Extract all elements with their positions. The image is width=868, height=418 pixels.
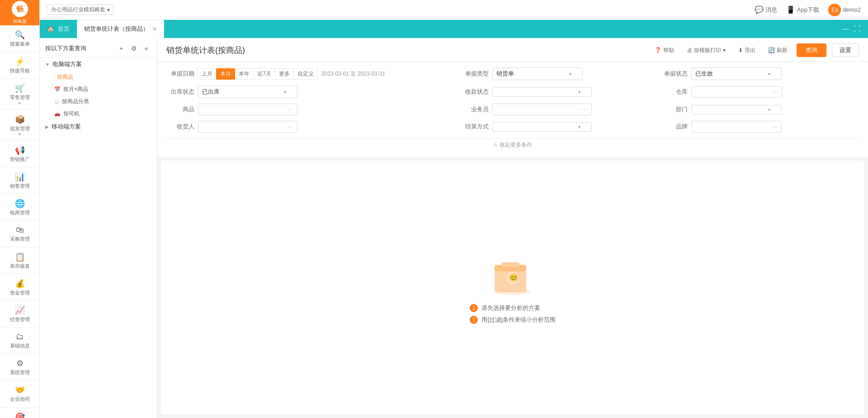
user-profile[interactable]: Ea demo2: [828, 4, 861, 16]
sidebar-item-basic[interactable]: 🗂 基础信息: [0, 328, 39, 354]
settings-button[interactable]: 设置: [832, 43, 859, 57]
refresh-icon: 🔄: [768, 47, 775, 53]
tab-home-label: 首页: [58, 25, 70, 33]
sidebar-item-retail[interactable]: 🛒 零售管理 ▲: [0, 79, 39, 109]
filter-warehouse-col: 仓库 ···: [660, 86, 850, 98]
receiver-input[interactable]: ···: [198, 121, 297, 133]
department-selector[interactable]: ▾: [691, 105, 782, 114]
date-label: 单据日期: [166, 70, 198, 78]
topbar: 办公用品行业模拟账套 ▾ 💬 消息 📱 App下载 Ea demo2: [40, 0, 868, 20]
sidebar-item-wholesale-label: 批发管理: [10, 126, 30, 132]
date-btn-this-month[interactable]: 本月: [216, 68, 235, 80]
refresh-label: 刷新: [777, 47, 788, 54]
sidebar-item-finance[interactable]: 💰 资金管理: [0, 274, 39, 301]
type-selector[interactable]: 销货单 ▾: [492, 67, 583, 80]
account-selector[interactable]: 办公用品行业模拟账套 ▾: [47, 5, 114, 15]
app-download-button[interactable]: 📱 App下载: [786, 5, 819, 14]
filter-row-3: 商品 ··· 业务员 ··· 部门: [166, 104, 859, 115]
sidebar-item-sales-label: 销售管理: [10, 183, 30, 189]
corp-icon: 🤝: [15, 385, 25, 395]
sidebar-item-ecom[interactable]: 🌐 电商管理: [0, 194, 39, 221]
tree-child-by-month-product[interactable]: 📅 按月+商品: [45, 83, 157, 95]
date-btn-this-year[interactable]: 本年: [235, 68, 254, 80]
tree-child-by-machine[interactable]: 🚗 按司机: [45, 108, 157, 120]
salesperson-label: 业务员: [461, 105, 492, 114]
add-scheme-button[interactable]: +: [116, 43, 126, 53]
sidebar-item-operation[interactable]: 📈 经营管理: [0, 301, 39, 328]
export-button[interactable]: ⬇ 导出: [735, 45, 759, 56]
sidebar-item-quick-nav-label: 快捷导航: [10, 68, 30, 74]
sidebar-item-quick-nav[interactable]: ⚡ 快捷导航: [0, 52, 39, 79]
sidebar-item-finance-label: 资金管理: [10, 290, 30, 296]
refresh-button[interactable]: 🔄 刷新: [764, 45, 791, 56]
sidebar-item-sales[interactable]: 📊 销售管理: [0, 167, 39, 194]
out-status-label: 出库状态: [166, 88, 198, 96]
sidebar-item-newbie[interactable]: 🎯 新手引导: [0, 408, 39, 418]
filter-brand-col: 品牌 ···: [660, 121, 850, 133]
warehouse-dots-icon[interactable]: ···: [773, 88, 778, 95]
message-icon: 💬: [755, 5, 764, 14]
empty-svg: 😊: [486, 252, 540, 297]
hint-text-2: 用[过滤]条件来缩小分析范围: [481, 316, 555, 324]
tab-home[interactable]: 🏠 首页: [40, 20, 77, 38]
help-button[interactable]: ❓ 帮助: [651, 45, 678, 56]
status-selector[interactable]: 已生效 ▾: [691, 67, 782, 80]
logo[interactable]: 畅 标账版: [0, 0, 39, 25]
tree-mobile[interactable]: ▶ 移动端方案: [40, 120, 157, 133]
settlement-selector[interactable]: ▾: [492, 122, 592, 132]
receiver-dots-icon[interactable]: ···: [288, 123, 293, 130]
sidebar-item-inventory[interactable]: 📋 库存核算: [0, 247, 39, 274]
help-label: 帮助: [663, 47, 674, 54]
left-panel: 按以下方案查询 + ⚙ « ▼ 电脑端方案 按商品 📅 按月+商品: [40, 38, 157, 418]
settings-scheme-button[interactable]: ⚙: [129, 43, 139, 53]
collapse-panel-button[interactable]: «: [142, 43, 151, 53]
tree-child-by-product[interactable]: 按商品: [45, 71, 157, 83]
settlement-label: 结算方式: [461, 123, 492, 131]
date-btn-more[interactable]: 更多: [275, 68, 294, 80]
collapse-button[interactable]: ∧ 收起更多条件: [166, 138, 859, 152]
sidebar-item-search[interactable]: 🔍 搜索菜单: [0, 25, 39, 52]
settlement-chevron-icon: ▾: [578, 124, 580, 129]
sidebar-nav: 🔍 搜索菜单 ⚡ 快捷导航 🛒 零售管理 ▲ 📦 批发管理 ▲ 📢 营销推广 📊…: [0, 25, 39, 418]
minimize-icon[interactable]: —: [842, 25, 849, 33]
basic-icon: 🗂: [16, 332, 24, 342]
maximize-icon[interactable]: ⛶: [854, 25, 861, 33]
tree-child-by-category[interactable]: 🗂 按商品分类: [45, 95, 157, 108]
warehouse-input[interactable]: ···: [691, 86, 782, 98]
filter-area: 单据日期 上月 本月 本年 近7天 更多 自定义 2023-03-01 至 20…: [157, 62, 868, 157]
topbar-left: 办公用品行业模拟账套 ▾: [47, 5, 114, 15]
product-dots-icon[interactable]: ···: [288, 106, 293, 113]
message-label: 消息: [765, 6, 777, 14]
tab-close-icon[interactable]: ✕: [152, 26, 157, 32]
brand-input[interactable]: ···: [691, 121, 782, 133]
sidebar-item-purchase[interactable]: 🛍 采购管理: [0, 221, 39, 247]
date-btn-7days[interactable]: 近7天: [253, 68, 275, 80]
query-button[interactable]: 查询: [797, 43, 826, 57]
print-icon: 🖨: [687, 47, 692, 53]
message-button[interactable]: 💬 消息: [755, 5, 777, 14]
tab-sales-report[interactable]: 销货单统计表（按商品） ✕: [77, 20, 164, 38]
system-icon: ⚙: [16, 358, 24, 368]
out-status-selector[interactable]: 已出库 ▾: [198, 86, 297, 98]
sidebar-item-wholesale[interactable]: 📦 批发管理 ▲: [0, 110, 39, 141]
tree-desktop-children: 按商品 📅 按月+商品 🗂 按商品分类 🚗 按司机: [40, 71, 157, 120]
content-area: 按以下方案查询 + ⚙ « ▼ 电脑端方案 按商品 📅 按月+商品: [40, 38, 868, 418]
empty-hint-1: 1 请先选择要分析的方案: [470, 304, 555, 312]
sidebar-item-corp[interactable]: 🤝 企业协同: [0, 380, 39, 407]
salesperson-dots-icon[interactable]: ···: [582, 106, 588, 113]
sidebar-item-system[interactable]: ⚙ 系统管理: [0, 354, 39, 380]
sidebar-item-corp-label: 企业协同: [10, 396, 30, 402]
tree-desktop[interactable]: ▼ 电脑端方案: [40, 57, 157, 71]
status-label: 单据状态: [660, 70, 691, 78]
print-button[interactable]: 🖨 按模板打印 ▾: [683, 45, 729, 56]
payment-chevron-icon: ▾: [578, 90, 580, 95]
logo-icon: 畅: [12, 1, 28, 17]
date-btn-last-month[interactable]: 上月: [198, 68, 217, 80]
product-input[interactable]: ···: [198, 104, 297, 115]
brand-dots-icon[interactable]: ···: [773, 123, 778, 130]
sidebar-item-marketing[interactable]: 📢 营销推广: [0, 141, 39, 167]
salesperson-input[interactable]: ···: [492, 104, 592, 115]
payment-selector[interactable]: ▾: [492, 87, 592, 97]
tree-desktop-label: 电脑端方案: [52, 60, 82, 68]
date-btn-custom[interactable]: 自定义: [293, 68, 318, 80]
